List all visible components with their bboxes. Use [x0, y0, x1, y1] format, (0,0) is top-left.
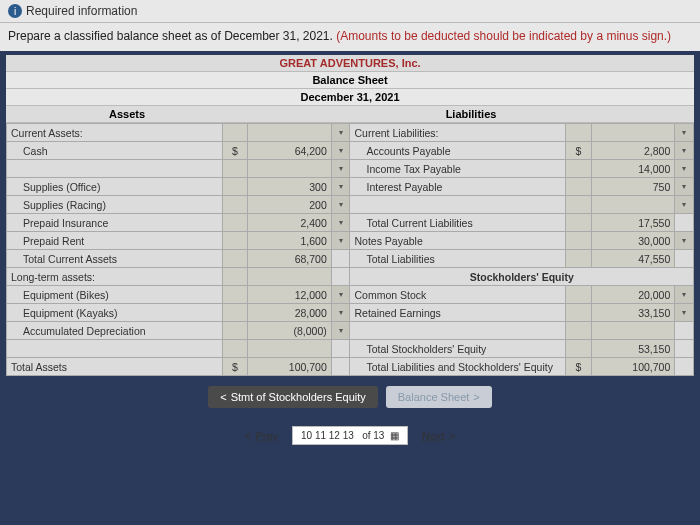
cs-label[interactable]: Common Stock [350, 286, 566, 304]
ap-amt[interactable]: 2,800 [591, 142, 674, 160]
re-label[interactable]: Retained Earnings [350, 304, 566, 322]
grid-icon[interactable]: ▦ [390, 430, 399, 441]
dropdown-icon[interactable] [675, 304, 694, 322]
tca-label: Total Current Assets [7, 250, 223, 268]
table-row: Prepaid Rent 1,600 Notes Payable 30,000 [7, 232, 694, 250]
prev-tab-button[interactable]: < Stmt of Stockholders Equity [208, 386, 378, 408]
itp-label[interactable]: Income Tax Payable [350, 160, 566, 178]
prev-label: Prev [255, 430, 278, 442]
intp-amt[interactable]: 750 [591, 178, 674, 196]
intp-label[interactable]: Interest Payable [350, 178, 566, 196]
so-amt[interactable]: 300 [248, 178, 331, 196]
prompt-hint: (Amounts to be deducted should be indica… [336, 29, 671, 43]
dropdown-icon[interactable] [675, 124, 694, 142]
table-row: Cash $64,200 Accounts Payable $2,800 [7, 142, 694, 160]
prev-link[interactable]: < Prev [245, 430, 278, 442]
kayaks-label[interactable]: Equipment (Kayaks) [7, 304, 223, 322]
dropdown-icon[interactable] [331, 178, 350, 196]
cs-amt[interactable]: 20,000 [591, 286, 674, 304]
assets-header: Assets [6, 106, 248, 122]
dropdown-icon[interactable] [331, 322, 350, 340]
re-amt[interactable]: 33,150 [591, 304, 674, 322]
table-row: Equipment (Kayaks) 28,000 Retained Earni… [7, 304, 694, 322]
company-name: GREAT ADVENTURES, Inc. [6, 55, 694, 72]
dropdown-icon[interactable] [675, 142, 694, 160]
table-row: Total Stockholders' Equity 53,150 [7, 340, 694, 358]
sheet-date: December 31, 2021 [6, 89, 694, 106]
np-label[interactable]: Notes Payable [350, 232, 566, 250]
kayaks-amt[interactable]: 28,000 [248, 304, 331, 322]
dropdown-icon[interactable] [675, 232, 694, 250]
bikes-amt[interactable]: 12,000 [248, 286, 331, 304]
dropdown-icon[interactable] [331, 214, 350, 232]
pr-amt[interactable]: 1,600 [248, 232, 331, 250]
chevron-left-icon: < [220, 391, 226, 403]
next-label: Next [422, 430, 445, 442]
liabilities-header: Liabilities [248, 106, 694, 122]
balance-table: Current Assets: Current Liabilities: Cas… [6, 123, 694, 376]
dropdown-icon[interactable] [331, 232, 350, 250]
tcl-amt: 17,550 [591, 214, 674, 232]
chevron-right-icon: > [449, 430, 455, 442]
next-tab-label: Balance Sheet [398, 391, 470, 403]
table-row: Long-term assets: Stockholders' Equity [7, 268, 694, 286]
supplies-racing-label[interactable]: Supplies (Racing) [7, 196, 223, 214]
chevron-right-icon: > [473, 391, 479, 403]
dropdown-icon[interactable] [331, 304, 350, 322]
dropdown-icon[interactable] [675, 286, 694, 304]
tab-nav: < Stmt of Stockholders Equity Balance Sh… [0, 386, 700, 408]
dropdown-icon[interactable] [675, 160, 694, 178]
dep-amt[interactable]: (8,000) [248, 322, 331, 340]
instruction-prompt: Prepare a classified balance sheet as of… [0, 23, 700, 51]
ta-amt: 100,700 [248, 358, 331, 376]
current-liab-head: Current Liabilities: [350, 124, 566, 142]
next-tab-button[interactable]: Balance Sheet > [386, 386, 492, 408]
required-info-bar: i Required information [0, 0, 700, 23]
table-row: Supplies (Office) 300 Interest Payable 7… [7, 178, 694, 196]
info-icon: i [8, 4, 22, 18]
sheet-title: Balance Sheet [6, 72, 694, 89]
dropdown-icon[interactable] [331, 286, 350, 304]
tlse-amt: 100,700 [591, 358, 674, 376]
table-row: Total Current Assets 68,700 Total Liabil… [7, 250, 694, 268]
cash-label[interactable]: Cash [7, 142, 223, 160]
tl-label: Total Liabilities [350, 250, 566, 268]
pi-amt[interactable]: 2,400 [248, 214, 331, 232]
dropdown-icon[interactable] [675, 178, 694, 196]
ap-label[interactable]: Accounts Payable [350, 142, 566, 160]
sr-amt[interactable]: 200 [248, 196, 331, 214]
dropdown-icon[interactable] [331, 196, 350, 214]
table-row: Income Tax Payable 14,000 [7, 160, 694, 178]
dropdown-icon[interactable] [331, 124, 350, 142]
tse-amt: 53,150 [591, 340, 674, 358]
cash-amt[interactable]: 64,200 [248, 142, 331, 160]
tse-label: Total Stockholders' Equity [350, 340, 566, 358]
table-row: Equipment (Bikes) 12,000 Common Stock 20… [7, 286, 694, 304]
dep-label[interactable]: Accumulated Depreciation [7, 322, 223, 340]
table-row: Current Assets: Current Liabilities: [7, 124, 694, 142]
dropdown-icon[interactable] [331, 160, 350, 178]
tlse-label: Total Liabilities and Stockholders' Equi… [350, 358, 566, 376]
se-header: Stockholders' Equity [350, 268, 694, 286]
ta-label: Total Assets [7, 358, 223, 376]
supplies-office-label[interactable]: Supplies (Office) [7, 178, 223, 196]
balance-sheet: GREAT ADVENTURES, Inc. Balance Sheet Dec… [6, 55, 694, 376]
prepaid-ins-label[interactable]: Prepaid Insurance [7, 214, 223, 232]
itp-amt[interactable]: 14,000 [591, 160, 674, 178]
page-indicator[interactable]: 10 11 12 13 of 13 ▦ [292, 426, 408, 445]
tcl-label: Total Current Liabilities [350, 214, 566, 232]
np-amt[interactable]: 30,000 [591, 232, 674, 250]
next-link[interactable]: Next > [422, 430, 455, 442]
prepaid-rent-label[interactable]: Prepaid Rent [7, 232, 223, 250]
chevron-left-icon: < [245, 430, 251, 442]
pager: < Prev 10 11 12 13 of 13 ▦ Next > [0, 426, 700, 445]
prompt-text: Prepare a classified balance sheet as of… [8, 29, 336, 43]
table-row: Accumulated Depreciation (8,000) [7, 322, 694, 340]
prev-tab-label: Stmt of Stockholders Equity [231, 391, 366, 403]
lta-head: Long-term assets: [7, 268, 223, 286]
tl-amt: 47,550 [591, 250, 674, 268]
bikes-label[interactable]: Equipment (Bikes) [7, 286, 223, 304]
dropdown-icon[interactable] [331, 142, 350, 160]
tca-amt: 68,700 [248, 250, 331, 268]
dropdown-icon[interactable] [675, 196, 694, 214]
